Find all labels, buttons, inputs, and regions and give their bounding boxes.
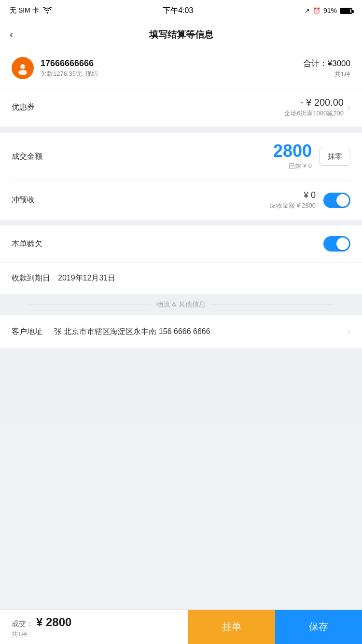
logistics-label: 物流 & 其他信息 xyxy=(151,300,211,309)
coupon-label: 优惠券 xyxy=(12,102,35,112)
customer-left: 17666666666 欠款1276.35元, 现结 xyxy=(12,57,98,79)
logistics-divider: 物流 & 其他信息 xyxy=(0,294,362,315)
customer-phone: 17666666666 xyxy=(41,58,98,69)
coupon-desc: 全场6折满1000减200 xyxy=(284,109,344,118)
deal-amount-label: 成交金额 xyxy=(12,152,42,162)
round-zero-button[interactable]: 抹零 xyxy=(320,148,350,166)
coupon-discount: - ¥ 200.00 xyxy=(284,97,344,108)
customer-row: 17666666666 欠款1276.35元, 现结 合计：¥3000 共1种 xyxy=(0,48,362,88)
deal-amount-row: 成交金额 2800 已抹 ¥ 0 抹零 xyxy=(12,133,350,181)
credit-row: 本单赊欠 xyxy=(12,225,350,262)
chevron-right-icon: › xyxy=(348,102,350,112)
credit-section: 本单赊欠 xyxy=(0,225,362,262)
bottom-bar: 成交： ¥ 2800 共1种 挂单 保存 xyxy=(0,609,362,644)
svg-point-1 xyxy=(18,70,27,75)
toggle-knob xyxy=(336,194,349,207)
prepay-toggle[interactable] xyxy=(323,193,350,208)
date-row: 收款到期日 2019年12月31日 xyxy=(12,263,350,294)
customer-right: 合计：¥3000 共1种 xyxy=(303,58,350,79)
nav-bar: ‹ 填写结算等信息 xyxy=(0,21,362,48)
prepay-value: ¥ 0 xyxy=(270,190,316,200)
total-amount: 合计：¥3000 xyxy=(303,58,350,69)
status-bar: 无 SIM 卡 下午4:03 ↗ ⏰ 91% xyxy=(0,0,362,21)
back-button[interactable]: ‹ xyxy=(6,25,17,45)
wifi-icon xyxy=(43,7,52,15)
credit-toggle-knob xyxy=(336,238,349,250)
bottom-deal: 成交： ¥ 2800 xyxy=(12,616,177,629)
coupon-row[interactable]: 优惠券 - ¥ 200.00 全场6折满1000减200 › xyxy=(0,88,362,127)
bottom-deal-amount: ¥ 2800 xyxy=(36,616,71,629)
address-section: 客户地址 张 北京市市辖区海淀区永丰南 156 6666 6666 › xyxy=(0,315,362,348)
date-value: 2019年12月31日 xyxy=(58,273,115,283)
prepay-label: 冲预收 xyxy=(12,195,35,205)
deal-section: 成交金额 2800 已抹 ¥ 0 抹零 冲预收 ¥ 0 应收金额 ¥ 2800 xyxy=(0,133,362,220)
pending-button[interactable]: 挂单 xyxy=(188,610,275,644)
deal-amount-value: 2800 xyxy=(273,142,312,160)
customer-sub: 欠款1276.35元, 现结 xyxy=(41,70,98,78)
status-time: 下午4:03 xyxy=(163,6,193,16)
prepay-row: 冲预收 ¥ 0 应收金额 ¥ 2800 xyxy=(12,181,350,220)
date-label: 收款到期日 xyxy=(12,273,50,283)
coupon-right: - ¥ 200.00 全场6折满1000减200 › xyxy=(284,97,350,118)
battery-percent: 91% xyxy=(323,7,337,14)
bottom-deal-count: 共1种 xyxy=(12,630,177,639)
customer-info: 17666666666 欠款1276.35元, 现结 xyxy=(41,58,98,78)
divider-1 xyxy=(0,127,362,133)
address-label: 客户地址 xyxy=(12,327,42,337)
status-left: 无 SIM 卡 xyxy=(10,6,52,15)
status-right: ↗ ⏰ 91% xyxy=(305,7,352,14)
customer-section: 17666666666 欠款1276.35元, 现结 合计：¥3000 共1种 … xyxy=(0,48,362,127)
address-chevron-icon: › xyxy=(348,327,350,337)
total-count: 共1种 xyxy=(303,70,350,79)
bottom-deal-label: 成交： xyxy=(12,619,33,629)
alarm-icon: ⏰ xyxy=(313,7,320,14)
location-icon: ↗ xyxy=(305,7,310,14)
avatar xyxy=(12,57,34,79)
carrier-text: 无 SIM 卡 xyxy=(10,6,39,15)
save-button[interactable]: 保存 xyxy=(275,610,362,644)
credit-toggle[interactable] xyxy=(323,236,350,252)
prepay-right: ¥ 0 应收金额 ¥ 2800 xyxy=(270,190,350,210)
prepay-sub: 应收金额 ¥ 2800 xyxy=(270,201,316,210)
bottom-gray-area xyxy=(0,348,362,425)
deal-amount-sub: 已抹 ¥ 0 xyxy=(273,162,312,170)
divider-2 xyxy=(0,220,362,225)
deal-amount-right: 2800 已抹 ¥ 0 抹零 xyxy=(273,142,350,170)
battery-icon xyxy=(340,8,352,14)
address-row[interactable]: 客户地址 张 北京市市辖区海淀区永丰南 156 6666 6666 › xyxy=(12,315,350,348)
bottom-summary: 成交： ¥ 2800 共1种 xyxy=(0,616,188,639)
page-title: 填写结算等信息 xyxy=(149,28,213,41)
svg-point-0 xyxy=(20,64,25,69)
address-value: 张 北京市市辖区海淀区永丰南 156 6666 6666 xyxy=(54,326,344,337)
date-section: 收款到期日 2019年12月31日 xyxy=(0,263,362,294)
credit-label: 本单赊欠 xyxy=(12,239,42,249)
